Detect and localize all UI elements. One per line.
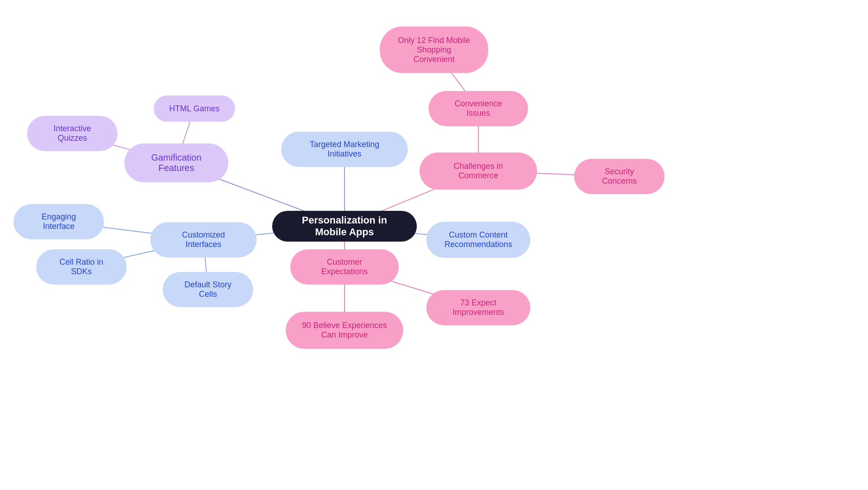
node-targeted-marketing: Targeted Marketing Initiatives (281, 132, 408, 167)
node-90-believe: 90 Believe Experiences Can Improve (286, 312, 403, 349)
node-customized-interfaces: Customized Interfaces (151, 222, 257, 257)
node-custom-content: Custom Content Recommendations (426, 222, 530, 258)
node-only-12: Only 12 Find Mobile Shopping Convenient (380, 27, 488, 73)
node-customer-expectations: Customer Expectations (290, 249, 399, 285)
node-73-expect: 73 Expect Improvements (426, 290, 530, 325)
node-cell-ratio: Cell Ratio in SDKs (36, 249, 127, 285)
node-engaging-interface: Engaging Interface (14, 204, 104, 239)
mindmap-container: Personalization in Mobile AppsTargeted M… (0, 0, 868, 490)
node-security-concerns: Security Concerns (574, 159, 665, 194)
node-challenges-commerce: Challenges in Commerce (420, 152, 537, 190)
node-convenience-issues: Convenience Issues (429, 91, 528, 126)
node-default-story: Default Story Cells (163, 272, 253, 307)
node-interactive-quizzes: Interactive Quizzes (27, 116, 118, 151)
node-html-games: HTML Games (154, 95, 235, 122)
node-undefined: Personalization in Mobile Apps (272, 211, 417, 242)
node-gamification: Gamification Features (124, 143, 228, 182)
